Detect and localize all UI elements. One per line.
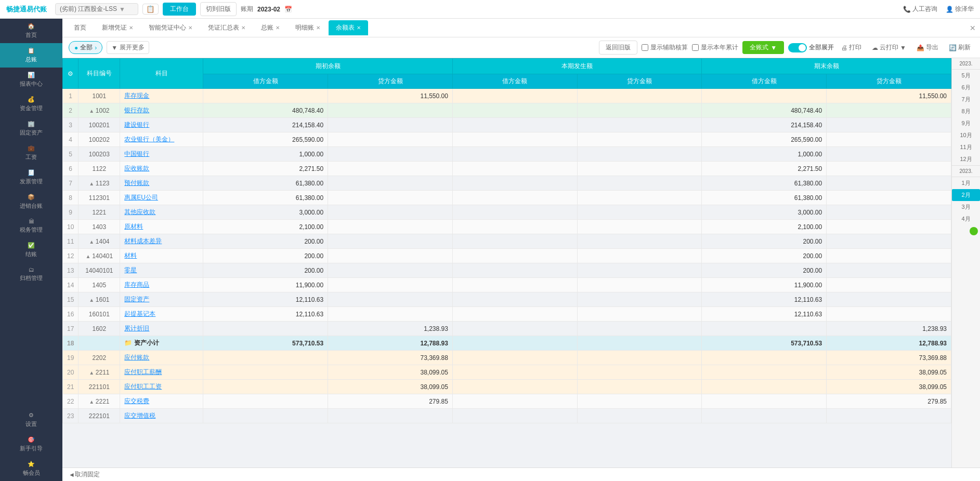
month-3[interactable]: 3月 bbox=[952, 201, 980, 213]
month-6[interactable]: 6月 bbox=[952, 82, 980, 93]
year-2023-bottom[interactable]: 2023. bbox=[952, 165, 980, 177]
table-row[interactable]: 2▲ 1002银行存款480,748.40480,748.40 bbox=[63, 103, 951, 118]
calendar-icon[interactable]: 📅 bbox=[284, 6, 292, 13]
table-row[interactable]: 192202应付账款73,369.8873,369.88 bbox=[63, 351, 951, 365]
sidebar-item-assets[interactable]: 🏢 固定资产 bbox=[0, 116, 62, 141]
show-aux-checkbox[interactable]: 显示辅助核算 bbox=[642, 43, 688, 52]
close-icon-tab1[interactable]: ✕ bbox=[129, 25, 133, 31]
table-row[interactable]: 101403原材料2,100.002,100.00 bbox=[63, 220, 951, 234]
table-row[interactable]: 21221101应付职工工资38,099.0538,099.05 bbox=[63, 380, 951, 394]
account-name[interactable]: 固定资产 bbox=[120, 292, 203, 307]
pin-icon[interactable] bbox=[970, 227, 978, 235]
account-name[interactable]: 中国银行 bbox=[120, 147, 203, 162]
unpin-button[interactable]: ◄ 取消固定 bbox=[62, 467, 980, 481]
sidebar-item-funds[interactable]: 💰 资金管理 bbox=[0, 92, 62, 116]
month-5[interactable]: 5月 bbox=[952, 70, 980, 82]
close-icon-tab6[interactable]: ✕ bbox=[357, 25, 361, 31]
table-row[interactable]: 18📁资产小计573,710.5312,788.93573,710.5312,7… bbox=[63, 336, 951, 351]
expand-all-toggle[interactable]: 全部展开 bbox=[788, 43, 834, 52]
cloud-print-button[interactable]: ☁ 云打印 ▼ bbox=[869, 41, 909, 54]
expand-more-button[interactable]: ▼ 展开更多 bbox=[107, 41, 149, 54]
return-old-version-button[interactable]: 返回旧版 bbox=[599, 41, 637, 55]
table-row[interactable]: 5100203中国银行1,000.001,000.00 bbox=[63, 147, 951, 162]
table-row[interactable]: 12▲ 140401材料200.00200.00 bbox=[63, 249, 951, 263]
close-icon-tab4[interactable]: ✕ bbox=[276, 25, 280, 31]
sidebar-item-settings[interactable]: ⚙ 设置 bbox=[0, 408, 62, 432]
sidebar-item-reports[interactable]: 📊 报表中心 bbox=[0, 68, 62, 92]
account-name[interactable]: 应付职工工资 bbox=[120, 380, 203, 394]
sidebar-item-ledger[interactable]: 📋 总账 bbox=[0, 43, 62, 68]
tab-general-ledger[interactable]: 总账 ✕ bbox=[254, 20, 287, 35]
account-name[interactable]: 应交税费 bbox=[120, 394, 203, 409]
month-7[interactable]: 7月 bbox=[952, 93, 980, 105]
account-name[interactable]: 应交增值税 bbox=[120, 409, 203, 423]
account-name[interactable]: 预付账款 bbox=[120, 176, 203, 191]
print-button[interactable]: 🖨 打印 bbox=[838, 41, 865, 54]
account-name[interactable]: 累计折旧 bbox=[120, 322, 203, 336]
account-name[interactable]: 惠属EU公司 bbox=[120, 191, 203, 205]
tab-home[interactable]: 首页 bbox=[67, 20, 94, 35]
user-info[interactable]: 👤 徐泽华 bbox=[946, 5, 974, 14]
tab-voucher-summary[interactable]: 凭证汇总表 ✕ bbox=[201, 20, 253, 35]
account-name[interactable]: 建设银行 bbox=[120, 118, 203, 132]
sidebar-item-payroll[interactable]: 💼 工资 bbox=[0, 141, 62, 165]
sidebar-item-tax[interactable]: 🏛 税务管理 bbox=[0, 214, 62, 238]
month-9[interactable]: 9月 bbox=[952, 117, 980, 129]
account-name[interactable]: 材料 bbox=[120, 249, 203, 263]
tab-detail-ledger[interactable]: 明细账 ✕ bbox=[288, 20, 328, 35]
table-row[interactable]: 23222101应交增值税 bbox=[63, 409, 951, 423]
tab-balance-sheet[interactable]: 余额表 ✕ bbox=[329, 20, 368, 35]
table-row[interactable]: 7▲ 1123预付账款61,380.0061,380.00 bbox=[63, 176, 951, 191]
table-row[interactable]: 8112301惠属EU公司61,380.0061,380.00 bbox=[63, 191, 951, 205]
table-row[interactable]: 4100202农业银行（美金）265,590.00265,590.00 bbox=[63, 132, 951, 147]
consult-button[interactable]: 📞 人工咨询 bbox=[903, 5, 937, 14]
table-row[interactable]: 171602累计折旧1,238.931,238.93 bbox=[63, 322, 951, 336]
close-all-tabs[interactable]: ✕ bbox=[970, 24, 976, 32]
table-row[interactable]: 11001库存现金11,550.0011,550.00 bbox=[63, 89, 951, 103]
sidebar-item-closing[interactable]: ✅ 结账 bbox=[0, 238, 62, 262]
company-selector[interactable]: (劣前) 江西股金-LSS ▼ bbox=[55, 3, 138, 15]
account-name[interactable]: 库存商品 bbox=[120, 278, 203, 292]
month-1[interactable]: 1月 bbox=[952, 177, 980, 189]
table-row[interactable]: 141405库存商品11,900.0011,900.00 bbox=[63, 278, 951, 292]
copy-button[interactable]: 📋 bbox=[142, 4, 159, 15]
month-2[interactable]: 2月 bbox=[952, 189, 980, 201]
month-12[interactable]: 12月 bbox=[952, 153, 980, 165]
filter-all-button[interactable]: ● 全部 › bbox=[69, 41, 102, 54]
table-row[interactable]: 22▲ 2221应交税费279.85279.85 bbox=[63, 394, 951, 409]
account-name[interactable]: 零星 bbox=[120, 263, 203, 278]
refresh-button[interactable]: 🔄 刷新 bbox=[946, 41, 974, 54]
account-name[interactable]: 应付账款 bbox=[120, 351, 203, 365]
workbench-button[interactable]: 工作台 bbox=[163, 3, 196, 16]
close-icon-tab5[interactable]: ✕ bbox=[316, 25, 320, 31]
table-row[interactable]: 16160101起提基记本12,110.6312,110.63 bbox=[63, 307, 951, 322]
show-ytd-checkbox[interactable]: 显示本年累计 bbox=[692, 43, 738, 52]
month-8[interactable]: 8月 bbox=[952, 105, 980, 117]
sidebar-item-member[interactable]: ⭐ 畅会员 bbox=[0, 457, 62, 481]
close-icon-tab3[interactable]: ✕ bbox=[241, 25, 245, 31]
account-name[interactable]: 应收账款 bbox=[120, 162, 203, 176]
account-name[interactable]: 原材料 bbox=[120, 220, 203, 234]
export-button[interactable]: 📤 导出 bbox=[913, 41, 942, 54]
table-row[interactable]: 3100201建设银行214,158.40214,158.40 bbox=[63, 118, 951, 132]
table-row[interactable]: 91221其他应收款3,000.003,000.00 bbox=[63, 205, 951, 220]
month-11[interactable]: 11月 bbox=[952, 141, 980, 153]
month-10[interactable]: 10月 bbox=[952, 129, 980, 141]
account-name[interactable]: 其他应收款 bbox=[120, 205, 203, 220]
column-settings-icon[interactable]: ⚙ bbox=[68, 70, 73, 77]
close-icon-tab2[interactable]: ✕ bbox=[188, 25, 192, 31]
year-2023-top[interactable]: 2023. bbox=[952, 58, 980, 70]
sidebar-item-archive[interactable]: 🗂 归档管理 bbox=[0, 262, 62, 286]
sidebar-item-purchase[interactable]: 📦 进销台账 bbox=[0, 190, 62, 214]
account-name[interactable]: 材料成本差异 bbox=[120, 234, 203, 249]
account-name[interactable]: 应付职工薪酬 bbox=[120, 365, 203, 380]
switch-version-button[interactable]: 切到旧版 bbox=[200, 2, 237, 16]
table-row[interactable]: 61122应收账款2,271.502,271.50 bbox=[63, 162, 951, 176]
tab-new-voucher[interactable]: 新增凭证 ✕ bbox=[95, 20, 140, 35]
table-row[interactable]: 20▲ 2211应付职工薪酬38,099.0538,099.05 bbox=[63, 365, 951, 380]
month-4[interactable]: 4月 bbox=[952, 213, 980, 225]
account-name[interactable]: 📁资产小计 bbox=[120, 336, 203, 351]
table-row[interactable]: 15▲ 1601固定资产12,110.6312,110.63 bbox=[63, 292, 951, 307]
table-row[interactable]: 11▲ 1404材料成本差异200.00200.00 bbox=[63, 234, 951, 249]
table-row[interactable]: 1314040101零星200.00200.00 bbox=[63, 263, 951, 278]
